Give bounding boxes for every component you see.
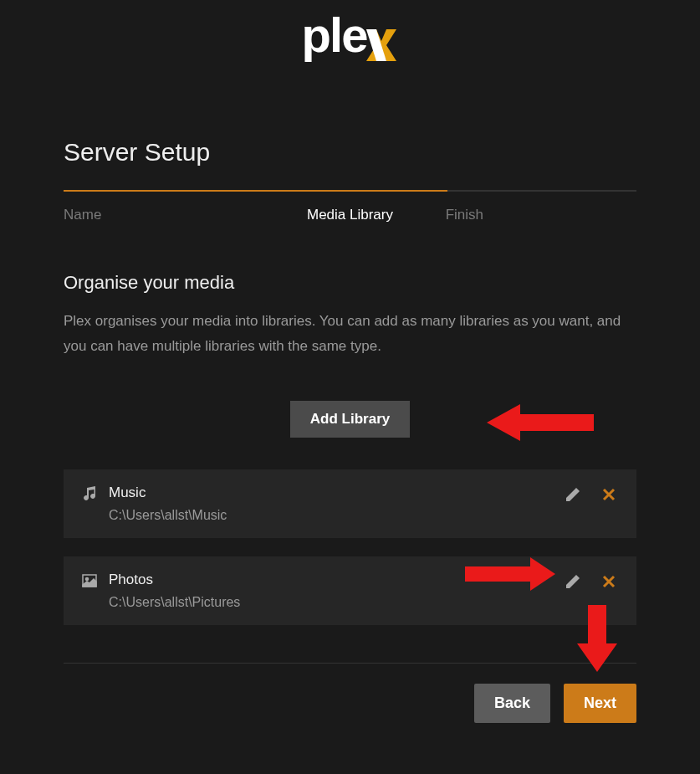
delete-library-button[interactable] [600,485,618,506]
pencil-icon [565,486,581,503]
music-icon [82,486,97,505]
library-item-music: Music C:\Users\allst\Music [64,469,636,538]
svg-point-1 [86,577,89,580]
library-item-photos: Photos C:\Users\allst\Pictures [64,556,636,625]
pencil-icon [565,573,581,590]
close-icon [601,487,616,502]
progress-fill [64,190,447,192]
step-name[interactable]: Name [64,207,254,223]
section-heading: Organise your media [64,272,636,294]
logo-text: ple [302,7,367,63]
steps-container: Name Media Library Finish [64,207,636,223]
photos-icon [82,573,97,592]
edit-library-button[interactable] [563,572,583,594]
add-library-button[interactable]: Add Library [290,401,410,438]
step-media-library[interactable]: Media Library [254,207,445,223]
library-name: Music [109,484,563,501]
library-name: Photos [109,572,563,588]
logo-x-icon [365,18,398,53]
edit-library-button[interactable] [563,484,583,507]
divider [64,663,636,664]
library-path: C:\Users\allst\Music [109,508,563,523]
page-title: Server Setup [64,138,636,167]
annotation-arrow-icon [487,397,594,448]
progress-bar [64,190,636,192]
plex-logo: ple [302,7,399,63]
back-button[interactable]: Back [474,684,550,723]
footer-buttons: Back Next [64,684,636,723]
section-description: Plex organises your media into libraries… [64,309,636,359]
library-path: C:\Users\allst\Pictures [109,595,563,610]
logo-container: ple [0,0,700,79]
close-icon [601,574,616,589]
step-finish: Finish [446,207,636,223]
next-button[interactable]: Next [564,684,636,723]
delete-library-button[interactable] [600,572,618,593]
